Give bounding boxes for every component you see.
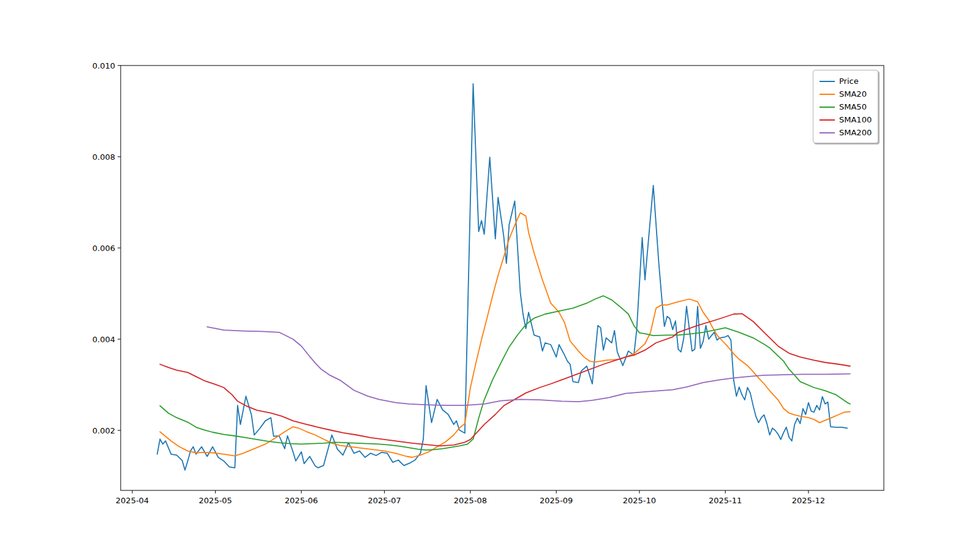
legend-line-sma100 <box>820 119 835 121</box>
legend-entry-price: Price <box>813 75 878 88</box>
y-tick-label: 0.002 <box>92 426 115 435</box>
x-tick-label: 2025-05 <box>199 496 232 505</box>
legend-line-sma200 <box>820 132 835 133</box>
legend-label: SMA100 <box>839 115 872 124</box>
x-tick-label: 2025-12 <box>792 496 825 505</box>
legend-entry-sma100: SMA100 <box>813 113 878 126</box>
legend-label: SMA50 <box>839 102 867 111</box>
x-tick-label: 2025-04 <box>116 496 149 505</box>
legend-entry-sma20: SMA20 <box>813 88 878 100</box>
legend-label: Price <box>839 77 859 86</box>
x-tick-label: 2025-10 <box>623 496 656 505</box>
y-tick-label: 0.008 <box>92 152 115 162</box>
x-tick-label: 2025-07 <box>368 496 401 505</box>
series-line-sma100 <box>160 313 850 446</box>
legend-entry-sma200: SMA200 <box>813 126 878 139</box>
x-tick-label: 2025-06 <box>285 496 318 505</box>
y-tick-label: 0.010 <box>92 61 115 70</box>
series-line-sma50 <box>160 296 850 450</box>
legend-line-sma50 <box>820 107 835 108</box>
figure: 2025-042025-052025-062025-072025-082025-… <box>0 0 980 551</box>
x-tick-label: 2025-11 <box>709 496 742 505</box>
legend: PriceSMA20SMA50SMA100SMA200 <box>813 70 878 143</box>
y-tick-label: 0.004 <box>92 335 115 344</box>
legend-label: SMA20 <box>839 89 867 99</box>
series-line-price <box>157 84 848 470</box>
x-tick-label: 2025-08 <box>454 496 487 505</box>
legend-entry-sma50: SMA50 <box>813 100 878 113</box>
legend-line-sma20 <box>820 94 835 95</box>
legend-line-price <box>820 81 835 82</box>
y-tick-label: 0.006 <box>92 244 115 253</box>
x-tick-label: 2025-09 <box>540 496 573 505</box>
legend-label: SMA200 <box>839 128 872 137</box>
plot-border <box>121 66 884 490</box>
